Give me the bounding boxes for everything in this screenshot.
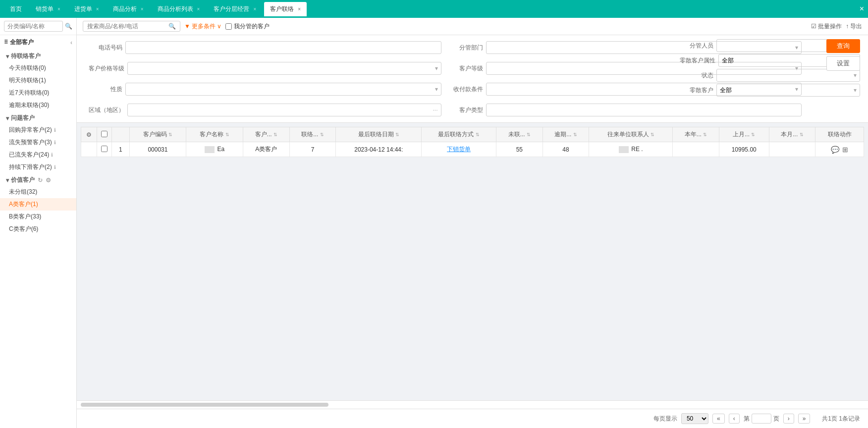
price-grade-select[interactable]: ▾ xyxy=(127,62,441,75)
settings-button[interactable]: 设置 xyxy=(826,56,860,71)
col-type[interactable]: 客户... ⇅ xyxy=(243,127,289,142)
filter-region: 区域（地区） ··· xyxy=(85,102,445,118)
retail-customer-select[interactable]: 全部 ▾ xyxy=(716,84,860,97)
close-icon[interactable]: × xyxy=(57,6,60,12)
col-overdue[interactable]: 逾期... ⇅ xyxy=(542,127,589,142)
sidebar-item-b-class[interactable]: B类客户(33) xyxy=(0,211,76,223)
collapse-icon[interactable]: ‹ xyxy=(70,39,72,46)
col-this-year[interactable]: 本年... ⇅ xyxy=(673,127,719,142)
col-last-date[interactable]: 最后联络日期 ⇅ xyxy=(336,127,422,142)
grid-icon[interactable]: ⊞ xyxy=(842,146,848,154)
sidebar-search-icon[interactable]: 🔍 xyxy=(65,23,72,30)
row-checkbox[interactable] xyxy=(101,146,108,152)
page-size-select[interactable]: 50 100 200 xyxy=(681,413,708,424)
col-settings[interactable]: ⚙ xyxy=(81,127,97,142)
nav-home[interactable]: 首页 xyxy=(4,2,28,16)
col-unit-contact[interactable]: 往来单位联系人 ⇅ xyxy=(589,127,673,142)
col-seq xyxy=(112,127,130,142)
next-page-btn[interactable]: › xyxy=(783,414,794,424)
phone-input[interactable] xyxy=(125,41,441,54)
col-uncontacted[interactable]: 未联... ⇅ xyxy=(496,127,542,142)
sort-icon: ⇅ xyxy=(320,132,324,137)
sidebar-item-declining[interactable]: 持续下滑客户(2) ℹ xyxy=(0,161,76,173)
chat-icon[interactable]: 💬 xyxy=(831,146,839,154)
main-layout: 🔍 ⠿ 全部客户 ‹ ▾ 待联络客户 今天待联络(0) 明天待联络(1) 近7天… xyxy=(0,18,868,428)
nav-product-analysis-list[interactable]: 商品分析列表 × xyxy=(152,2,206,16)
cell-seq: 1 xyxy=(112,142,130,157)
search-icon[interactable]: 🔍 xyxy=(168,23,176,30)
sidebar-item-overdue[interactable]: 逾期未联络(30) xyxy=(0,99,76,111)
first-page-btn[interactable]: « xyxy=(712,414,725,424)
col-code[interactable]: 客户编码 ⇅ xyxy=(129,127,186,142)
sidebar-item-tomorrow[interactable]: 明天待联络(1) xyxy=(0,74,76,87)
nav-customer-tier[interactable]: 客户分层经营 × xyxy=(208,2,262,16)
customer-type-input[interactable] xyxy=(486,104,802,116)
nav-purchase-order[interactable]: 进货单 × xyxy=(68,2,105,16)
my-customers-checkbox-label[interactable]: 我分管的客户 xyxy=(225,22,270,31)
grid-icon: ⠿ xyxy=(4,39,8,46)
nav-customer-contact[interactable]: 客户联络 × xyxy=(264,2,307,16)
filter-area: 电话号码 分管部门 ▾ 客户价格等级 ▾ 客户等级 xyxy=(77,35,868,123)
scroll-thumb[interactable] xyxy=(81,403,328,407)
sidebar-item-churn-warning[interactable]: 流失预警客户(3) ℹ xyxy=(0,136,76,149)
nav-product-analysis[interactable]: 商品分析 × xyxy=(107,2,150,16)
close-icon[interactable]: × xyxy=(96,6,99,12)
col-name[interactable]: 客户名称 ⇅ xyxy=(186,127,243,142)
col-this-month[interactable]: 本月... ⇅ xyxy=(769,127,815,142)
nav-sales-order[interactable]: 销货单 × xyxy=(30,2,66,16)
col-checkbox[interactable] xyxy=(97,127,112,142)
cell-checkbox[interactable] xyxy=(97,142,112,157)
filter-customer-type: 客户类型 xyxy=(445,102,806,118)
pagination: 每页显示 50 100 200 « ‹ 第 1 页 › » 共1页 1条记录 xyxy=(77,409,868,428)
sidebar-item-ungrouped[interactable]: 未分组(32) xyxy=(0,186,76,198)
filter-icon: ▼ xyxy=(184,23,190,30)
region-select[interactable]: ··· xyxy=(127,104,441,116)
select-all-checkbox[interactable] xyxy=(101,131,108,137)
sidebar-item-churned[interactable]: 已流失客户(24) ℹ xyxy=(0,149,76,161)
sidebar-search-area: 🔍 xyxy=(0,18,76,35)
sort-icon: ⇅ xyxy=(573,132,577,137)
chevron-down-icon: ▾ xyxy=(435,86,438,93)
page-number-input[interactable]: 1 xyxy=(752,414,771,424)
sidebar-item-a-class[interactable]: A类客户(1) xyxy=(0,198,76,211)
last-page-btn[interactable]: » xyxy=(798,414,811,424)
close-icon[interactable]: × xyxy=(253,6,256,12)
col-last-method[interactable]: 最后联络方式 ⇅ xyxy=(422,127,496,142)
chevron-down-icon: ▾ xyxy=(854,72,857,79)
sidebar-all-customers[interactable]: ⠿ 全部客户 ‹ xyxy=(0,35,76,50)
col-last-month[interactable]: 上月... ⇅ xyxy=(719,127,769,142)
cell-overdue: 48 xyxy=(542,142,589,157)
export-btn[interactable]: ↑ 导出 xyxy=(846,22,862,31)
prev-page-btn[interactable]: ‹ xyxy=(729,414,740,424)
settings-icon[interactable]: ⚙ xyxy=(46,177,51,184)
search-button[interactable]: 查询 xyxy=(826,39,860,53)
sidebar-item-repurchase-abnormal[interactable]: 回购异常客户(2) ℹ xyxy=(0,124,76,136)
data-table: ⚙ 客户编码 ⇅ 客户名称 ⇅ 客户... ⇅ xyxy=(81,127,864,157)
batch-op-btn[interactable]: ☑ 批量操作 xyxy=(811,22,842,31)
sidebar-item-c-class[interactable]: C类客户(6) xyxy=(0,223,76,235)
more-filters-btn[interactable]: ▼ 更多条件 ∨ xyxy=(184,22,221,31)
top-navigation: 首页 销货单 × 进货单 × 商品分析 × 商品分析列表 × 客户分层经营 × … xyxy=(0,0,868,18)
sidebar-item-today[interactable]: 今天待联络(0) xyxy=(0,62,76,74)
info-icon: ℹ xyxy=(54,164,56,170)
col-contact[interactable]: 联络... ⇅ xyxy=(289,127,336,142)
dots-icon: ··· xyxy=(433,107,437,113)
search-input[interactable] xyxy=(87,23,166,30)
sidebar-item-7days[interactable]: 近7天待联络(0) xyxy=(0,87,76,99)
export-icon: ↑ xyxy=(846,23,849,30)
close-icon[interactable]: × xyxy=(141,6,144,12)
cell-unit-contact: RE . xyxy=(589,142,673,157)
horizontal-scrollbar[interactable] xyxy=(77,400,868,409)
filter-phone: 电话号码 xyxy=(85,39,445,56)
cell-last-method[interactable]: 下销货单 xyxy=(422,142,496,157)
my-customers-checkbox[interactable] xyxy=(225,23,232,30)
sort-icon: ⇅ xyxy=(395,132,399,137)
col-action: 联络动作 xyxy=(815,127,864,142)
refresh-icon[interactable]: ↻ xyxy=(38,177,43,184)
close-icon[interactable]: × xyxy=(197,6,200,12)
close-icon[interactable]: × xyxy=(298,6,301,12)
nature-select[interactable]: ▾ xyxy=(125,83,441,96)
close-all-tabs[interactable]: × xyxy=(860,4,864,13)
sort-icon: ⇅ xyxy=(800,132,804,137)
sidebar-search-input[interactable] xyxy=(4,21,63,32)
